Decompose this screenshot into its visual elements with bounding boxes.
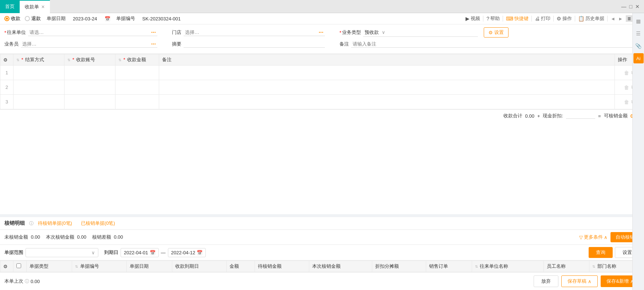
operation-label: 操作	[562, 15, 572, 22]
operation-btn[interactable]: ⚙ 操作	[557, 15, 572, 22]
sidebar-ai-icon[interactable]: Ai	[633, 53, 644, 63]
remark-cell-1[interactable]	[159, 66, 615, 80]
business-type-arrow: ∨	[382, 30, 385, 35]
done-tab-link[interactable]: 已核销单据(0笔)	[81, 220, 115, 227]
delete-icon-1[interactable]: 🗑	[624, 70, 629, 76]
account-cell-3[interactable]	[64, 95, 115, 109]
right-sidebar: ▦ ☰ 📎 Ai	[632, 13, 644, 290]
remark-input[interactable]	[351, 40, 640, 47]
writeoff-header-row: ⚙ 单据类型 ⇅ 单据编号 单据日期 收款到期日 金额 待核销金额	[0, 261, 644, 272]
refund-radio-label: 退款	[31, 15, 41, 22]
help-btn[interactable]: ? 帮助	[486, 15, 500, 22]
salesperson-input[interactable]	[21, 40, 150, 47]
calendar-icon[interactable]: 📅	[105, 16, 110, 21]
sidebar-table-icon[interactable]: ▦	[633, 16, 644, 26]
bth-settings[interactable]: ⚙	[0, 261, 13, 272]
salesperson-field: 业务员 ···	[4, 40, 157, 48]
due-date-field: 到期日 2022-04-01 📅 — 2022-04-12 📅	[104, 248, 206, 257]
bth-sales-order: 销售订单	[426, 261, 472, 272]
print-icon: 🖨	[535, 16, 540, 21]
diff-stat: 核销差额 0.00	[92, 234, 123, 240]
shop-input[interactable]	[184, 29, 317, 36]
video-icon: ▶	[466, 16, 470, 21]
summary-label: 摘要	[172, 41, 184, 47]
range-select[interactable]: ∨	[25, 248, 98, 257]
table-row: 3 🗑 ⧉	[0, 95, 644, 109]
discard-btn[interactable]: 放弃	[534, 275, 558, 287]
counterparty-input[interactable]	[28, 29, 150, 36]
form-section: * 往来单位 ··· 门店 ··· * 业务类型 预收	[0, 24, 644, 54]
tab-close-icon[interactable]: ✕	[41, 4, 45, 9]
tab-home[interactable]: 首页	[0, 0, 20, 13]
total-value: 0.00	[525, 113, 534, 119]
remark-field: 备注	[339, 40, 640, 48]
counterparty-more-btn[interactable]: ···	[150, 29, 157, 36]
form-settings-btn[interactable]: ⚙ 设置	[484, 27, 508, 38]
refund-radio[interactable]: 退款	[25, 15, 41, 22]
due-date-start-input[interactable]: 2022-04-01 📅	[121, 248, 159, 257]
shortcut-btn[interactable]: ⌨ 快捷键	[506, 15, 529, 22]
select-all-checkbox[interactable]	[16, 263, 21, 268]
bth-doc-date: 单据日期	[127, 261, 172, 272]
more-conditions-btn[interactable]: ▽ 更多条件 ∧	[579, 234, 608, 240]
sort-docno-icon: ⇅	[75, 264, 78, 269]
th-account: ⇅ * 收款账号	[64, 54, 115, 66]
remark-cell-3[interactable]	[159, 95, 615, 109]
settlement-cell-2[interactable]	[13, 80, 64, 95]
receipt-radio[interactable]: 收款	[4, 15, 20, 22]
business-type-select[interactable]: 预收款 ∨	[363, 28, 478, 37]
account-cell-2[interactable]	[64, 80, 115, 95]
th-settings[interactable]: ⚙	[0, 54, 13, 66]
this-session-value: 0.00	[31, 279, 40, 284]
amount-cell-2[interactable]	[115, 80, 159, 95]
tab-receipt[interactable]: 收款单 ✕	[20, 0, 50, 13]
remark-input-wrapper	[351, 40, 640, 48]
writeoff-info-icon[interactable]: ⓘ	[29, 220, 34, 227]
footer-info-icon[interactable]: ⓘ	[25, 278, 29, 285]
salesperson-more-btn[interactable]: ···	[150, 41, 157, 47]
bth-checkbox[interactable]	[13, 261, 27, 272]
counterparty-field: * 往来单位 ···	[4, 29, 157, 36]
video-btn[interactable]: ▶ 视频	[466, 15, 480, 22]
discount-input[interactable]	[566, 113, 595, 119]
amount-cell-1[interactable]	[115, 66, 159, 80]
net-label: 可核销金额	[604, 113, 628, 119]
close-icon[interactable]: ✕	[635, 4, 640, 9]
pending-tab-link[interactable]: 待核销单据(0笔)	[38, 220, 72, 227]
nav-left-btn[interactable]: ◄	[610, 16, 615, 21]
operation-icon: ⚙	[557, 16, 561, 21]
sidebar-clip-icon[interactable]: 📎	[633, 41, 644, 51]
delete-icon-3[interactable]: 🗑	[624, 99, 629, 105]
maximize-icon[interactable]: □	[629, 4, 632, 9]
bottom-table-section: ⚙ 单据类型 ⇅ 单据编号 单据日期 收款到期日 金额 待核销金额	[0, 260, 644, 272]
filter-icon: ▽	[579, 235, 583, 240]
account-cell-1[interactable]	[64, 66, 115, 80]
summary-input[interactable]	[184, 40, 325, 47]
history-btn[interactable]: 📋 历史单据	[578, 15, 604, 22]
print-btn[interactable]: 🖨 打印	[535, 15, 550, 22]
th-amount: ⇅ * 收款金额	[115, 54, 159, 66]
table-header-row: ⚙ ⇅ * 结算方式 ⇅ * 收款账号 ⇅ * 收款金额	[0, 54, 644, 66]
query-btn[interactable]: 查询	[589, 247, 613, 258]
divider5	[575, 16, 575, 21]
layout-list-icon[interactable]: ☰	[626, 15, 632, 22]
due-date-end-input[interactable]: 2022-04-12 📅	[168, 248, 206, 257]
sort-partner-icon: ⇅	[475, 264, 478, 269]
amount-cell-3[interactable]	[115, 95, 159, 109]
business-type-label: 业务类型	[342, 29, 363, 36]
nav-right-btn[interactable]: ►	[618, 16, 623, 21]
remark-cell-2[interactable]	[159, 80, 615, 95]
minimize-icon[interactable]: —	[621, 4, 627, 9]
toolbar-actions: ▶ 视频 ? 帮助 ⌨ 快捷键 🖨 打印 ⚙ 操作	[466, 15, 640, 22]
calendar-start-icon[interactable]: 📅	[150, 250, 156, 255]
shop-more-btn[interactable]: ···	[317, 29, 325, 36]
calendar-end-icon[interactable]: 📅	[197, 250, 203, 255]
save-draft-btn[interactable]: 保存草稿 ∧	[561, 275, 598, 287]
settlement-cell-3[interactable]	[13, 95, 64, 109]
help-label: 帮助	[490, 15, 500, 22]
delete-icon-2[interactable]: 🗑	[624, 85, 629, 90]
remark-label: 备注	[339, 41, 351, 47]
settlement-cell-1[interactable]	[13, 66, 64, 80]
expand-icon: ∧	[604, 235, 608, 240]
sidebar-list-icon[interactable]: ☰	[633, 28, 644, 39]
